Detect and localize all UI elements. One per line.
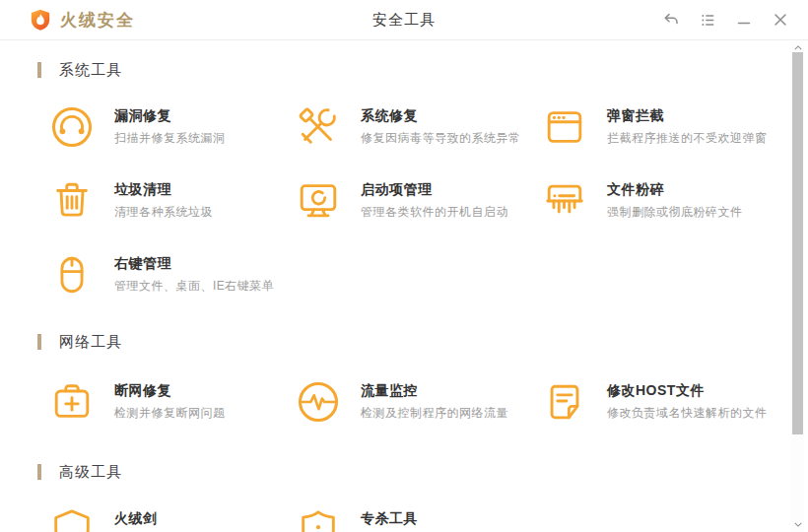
traffic-monitor-icon	[296, 379, 341, 425]
tool-desc: 管理各类软件的开机自启动	[361, 205, 508, 220]
popup-block-icon	[542, 104, 587, 150]
tool-grid: 漏洞修复 扫描并修复系统漏洞 系统修复 修复因病毒等导致的系统异常 弹窗拦截 拦…	[49, 104, 808, 299]
tool-name: 启动项管理	[361, 180, 508, 198]
tool-name: 弹窗拦截	[607, 106, 768, 124]
app-name: 火绒安全	[60, 9, 135, 32]
tool-sections: 系统工具 漏洞修复 扫描并修复系统漏洞 系统修复 修复因病毒等导致的系统异常 弹…	[0, 61, 808, 532]
tool-vulnerability-fix[interactable]: 漏洞修复 扫描并修复系统漏洞	[49, 104, 296, 152]
tool-name: 垃圾清理	[114, 180, 213, 198]
scrollbar-thumb[interactable]	[792, 52, 803, 434]
tool-popup-block[interactable]: 弹窗拦截 拦截程序推送的不受欢迎弹窗	[542, 104, 788, 152]
tool-sword-shield[interactable]: 火绒剑	[49, 507, 296, 532]
tool-desc: 强制删除或彻底粉碎文件	[607, 205, 743, 220]
tool-name: 断网修复	[114, 381, 226, 399]
tool-text: 系统修复 修复因病毒等导致的系统异常	[361, 104, 521, 146]
section-accent-bar	[37, 464, 41, 480]
section-title: 高级工具	[59, 463, 122, 482]
system-repair-icon	[296, 104, 341, 150]
tool-name: 流量监控	[361, 381, 508, 399]
tool-name: 文件粉碎	[607, 180, 743, 198]
section: 高级工具 火绒剑 专杀工具	[49, 463, 808, 532]
tool-desc: 修改负责域名快速解析的文件	[607, 406, 768, 421]
file-shredder-icon	[542, 178, 587, 224]
tool-network-repair[interactable]: 断网修复 检测并修复断网问题	[49, 379, 296, 427]
tool-text: 流量监控 检测及控制程序的网络流量	[361, 379, 508, 421]
tool-desc: 管理文件、桌面、IE右键菜单	[114, 279, 274, 294]
scrollbar[interactable]	[791, 41, 804, 532]
tool-text: 弹窗拦截 拦截程序推送的不受欢迎弹窗	[607, 104, 768, 146]
minimize-icon[interactable]	[732, 8, 756, 32]
context-menu-icon	[49, 252, 95, 298]
section-header: 高级工具	[49, 463, 808, 481]
host-file-icon	[542, 379, 587, 425]
tool-text: 专杀工具	[361, 507, 418, 527]
window-controls	[659, 8, 792, 32]
tool-text: 修改HOST文件 修改负责域名快速解析的文件	[607, 379, 768, 421]
tool-desc: 检测并修复断网问题	[114, 406, 226, 421]
tool-startup-manager[interactable]: 启动项管理 管理各类软件的开机自启动	[296, 178, 542, 226]
tool-grid: 火绒剑 专杀工具	[49, 507, 808, 532]
tool-name: 漏洞修复	[114, 106, 226, 124]
tool-text: 垃圾清理 清理各种系统垃圾	[114, 178, 213, 220]
close-icon[interactable]	[769, 8, 792, 32]
tool-text: 文件粉碎 强制删除或彻底粉碎文件	[607, 178, 743, 220]
vulnerability-fix-icon	[49, 104, 95, 150]
tool-text: 断网修复 检测并修复断网问题	[114, 379, 226, 421]
tool-text: 右键管理 管理文件、桌面、IE右键菜单	[114, 252, 274, 294]
tool-desc: 清理各种系统垃圾	[114, 205, 213, 220]
section-accent-bar	[37, 62, 41, 78]
tool-host-file[interactable]: 修改HOST文件 修改负责域名快速解析的文件	[542, 379, 788, 427]
section-accent-bar	[37, 334, 41, 350]
tool-context-menu[interactable]: 右键管理 管理文件、桌面、IE右键菜单	[49, 252, 296, 299]
menu-icon[interactable]	[696, 8, 719, 32]
tool-desc: 扫描并修复系统漏洞	[114, 131, 226, 146]
tool-name: 火绒剑	[114, 509, 158, 527]
tool-grid: 断网修复 检测并修复断网问题 流量监控 检测及控制程序的网络流量 修改HOST文…	[49, 379, 808, 427]
tool-junk-clean[interactable]: 垃圾清理 清理各种系统垃圾	[49, 178, 296, 226]
section-header: 网络工具	[49, 333, 808, 351]
section: 网络工具 断网修复 检测并修复断网问题 流量监控 检测及控制程序的网络流量 修改…	[49, 333, 808, 427]
section-title: 网络工具	[59, 333, 122, 352]
tool-name: 系统修复	[361, 106, 521, 124]
section: 系统工具 漏洞修复 扫描并修复系统漏洞 系统修复 修复因病毒等导致的系统异常 弹…	[49, 61, 808, 299]
back-icon[interactable]	[659, 8, 683, 32]
titlebar: 火绒安全 安全工具	[0, 0, 808, 40]
tool-name: 修改HOST文件	[607, 381, 768, 399]
tool-text: 漏洞修复 扫描并修复系统漏洞	[114, 104, 226, 146]
tool-system-repair[interactable]: 系统修复 修复因病毒等导致的系统异常	[296, 104, 542, 152]
network-repair-icon	[49, 379, 95, 425]
tool-traffic-monitor[interactable]: 流量监控 检测及控制程序的网络流量	[296, 379, 542, 427]
tool-text: 火绒剑	[114, 507, 158, 527]
tool-desc: 修复因病毒等导致的系统异常	[361, 131, 521, 146]
junk-clean-icon	[49, 178, 95, 224]
section-header: 系统工具	[49, 61, 808, 79]
tool-desc: 检测及控制程序的网络流量	[361, 406, 508, 421]
tool-name: 专杀工具	[361, 509, 418, 527]
brand: 火绒安全	[30, 8, 135, 32]
section-title: 系统工具	[59, 61, 122, 80]
tool-text: 启动项管理 管理各类软件的开机自启动	[361, 178, 508, 220]
tool-name: 右键管理	[114, 254, 274, 272]
tool-file-shredder[interactable]: 文件粉碎 强制删除或彻底粉碎文件	[542, 178, 788, 226]
tool-killer-shield[interactable]: 专杀工具	[296, 507, 542, 532]
huorong-logo-icon	[30, 8, 51, 32]
page-title: 安全工具	[372, 11, 436, 30]
scroll-down-icon[interactable]	[791, 518, 804, 530]
sword-shield-icon	[49, 507, 95, 532]
startup-manager-icon	[296, 178, 341, 224]
tool-desc: 拦截程序推送的不受欢迎弹窗	[607, 131, 768, 146]
killer-shield-icon	[296, 507, 341, 532]
